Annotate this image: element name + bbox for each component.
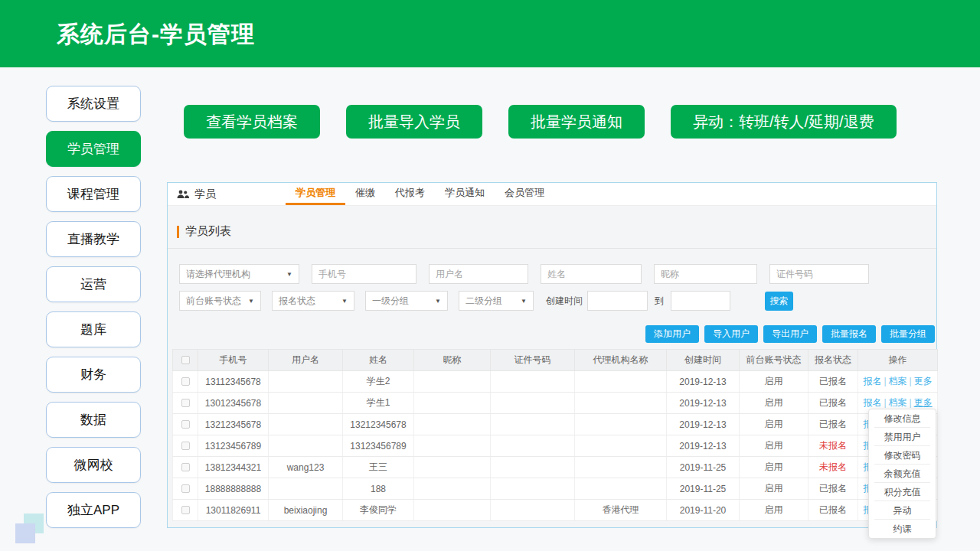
sidebar-item-data[interactable]: 数据	[46, 402, 141, 438]
panel-body: 学员列表 请选择代理机构 ▼ 二级分组▼一级分组▼报名状态▼前台账号状态▼ 创建…	[168, 206, 936, 527]
sidebar-item-course-management[interactable]: 课程管理	[46, 176, 141, 212]
created-from-input[interactable]	[587, 291, 648, 311]
batch-group-button[interactable]: 批量分组	[881, 325, 935, 343]
export-user-button[interactable]: 导出用户	[763, 325, 817, 343]
cell-created: 2019-12-13	[667, 371, 740, 393]
agency-select[interactable]: 请选择代理机构 ▼	[179, 264, 299, 284]
cell-id-no	[491, 435, 575, 457]
sidebar-item-system-settings[interactable]: 系统设置	[46, 86, 141, 122]
cell-name: 王三	[343, 457, 414, 478]
decorative-square-blue	[15, 523, 35, 543]
cell-reg-status: 未报名	[808, 435, 858, 457]
cell-account-status: 启用	[740, 478, 808, 500]
column-header: 代理机构名称	[575, 350, 667, 371]
sidebar-item-operations[interactable]: 运营	[46, 266, 141, 302]
to-label: 到	[655, 295, 664, 308]
filter-group-level1-select[interactable]: 一级分组▼	[365, 291, 448, 311]
filter-id-number-input[interactable]	[769, 264, 869, 284]
change-transfer-button[interactable]: 异动：转班/转人/延期/退费	[671, 105, 897, 139]
menu-item-change[interactable]: 异动	[874, 501, 930, 520]
op-link-separator: |	[910, 397, 912, 408]
cell-account-status: 启用	[740, 393, 808, 414]
filter-name-input[interactable]	[541, 264, 642, 284]
tab-student-notice[interactable]: 学员通知	[435, 183, 495, 205]
op-link-more[interactable]: 更多	[914, 397, 933, 408]
search-button[interactable]: 搜索	[765, 292, 793, 311]
cell-phone: 13812344321	[198, 457, 269, 478]
filter-username-input[interactable]	[429, 264, 528, 284]
sidebar-item-live-teaching[interactable]: 直播教学	[46, 221, 141, 257]
cell-nickname	[414, 457, 491, 478]
section-accent-bar	[177, 226, 179, 238]
tab-payment-reminder[interactable]: 催缴	[345, 183, 385, 205]
cell-nickname	[414, 478, 491, 500]
column-header: 报名状态	[808, 350, 858, 371]
sidebar-item-finance[interactable]: 财务	[46, 357, 141, 393]
cell-username: wang123	[269, 457, 343, 478]
row-checkbox[interactable]	[181, 420, 190, 429]
filter-reg-status-select[interactable]: 报名状态▼	[272, 291, 354, 311]
menu-item-balance-recharge[interactable]: 余额充值	[874, 465, 930, 483]
cell-name: 188	[343, 478, 414, 500]
sidebar-item-micro-school[interactable]: 微网校	[46, 447, 141, 483]
filter-group-level2-select[interactable]: 二级分组▼	[459, 291, 534, 311]
op-link-archive[interactable]: 档案	[889, 376, 907, 386]
add-user-button[interactable]: 添加用户	[645, 325, 699, 343]
sidebar-item-question-bank[interactable]: 题库	[46, 311, 141, 347]
cell-created: 2019-11-25	[667, 478, 740, 500]
sidebar-item-label: 微网校	[74, 456, 113, 474]
row-checkbox[interactable]	[181, 399, 190, 407]
select-all-header	[173, 350, 198, 371]
sidebar-item-label: 财务	[80, 366, 106, 383]
row-checkbox[interactable]	[181, 377, 190, 386]
select-all-checkbox[interactable]	[181, 356, 190, 364]
sidebar-item-label: 题库	[80, 321, 106, 338]
cell-agency	[575, 393, 667, 414]
sidebar-item-label: 课程管理	[67, 185, 119, 203]
tab-proxy-exam[interactable]: 代报考	[385, 183, 435, 205]
op-link-signup[interactable]: 报名	[863, 376, 881, 386]
batch-import-students-button[interactable]: 批量导入学员	[346, 105, 482, 139]
row-checkbox-cell	[173, 457, 198, 478]
sidebar-item-label: 学员管理	[67, 140, 119, 158]
menu-item-change-password[interactable]: 修改密码	[874, 446, 930, 465]
filter-nickname-input[interactable]	[654, 264, 757, 284]
row-checkbox[interactable]	[181, 484, 190, 493]
row-checkbox-cell	[173, 371, 198, 393]
filter-phone-input[interactable]	[312, 264, 416, 284]
menu-item-points-recharge[interactable]: 积分充值	[874, 483, 930, 501]
batch-student-notify-button[interactable]: 批量学员通知	[508, 105, 645, 139]
tab-student-management[interactable]: 学员管理	[286, 183, 345, 205]
op-link-signup[interactable]: 报名	[863, 397, 881, 408]
created-to-input[interactable]	[671, 291, 730, 311]
cell-account-status: 启用	[740, 457, 808, 478]
cell-id-no	[491, 457, 575, 478]
op-link-archive[interactable]: 档案	[889, 397, 907, 408]
sidebar: 系统设置学员管理课程管理直播教学运营题库财务数据微网校独立APP	[46, 86, 141, 528]
filter-account-status-select[interactable]: 前台账号状态▼	[179, 291, 261, 311]
sidebar-item-standalone-app[interactable]: 独立APP	[46, 492, 141, 528]
menu-item-disable-user[interactable]: 禁用用户	[874, 428, 930, 446]
tab-member-management[interactable]: 会员管理	[495, 183, 554, 205]
row-checkbox[interactable]	[181, 442, 190, 450]
menu-item-edit-info[interactable]: 修改信息	[874, 409, 930, 428]
row-checkbox[interactable]	[181, 463, 190, 471]
import-user-button[interactable]: 导入用户	[704, 325, 758, 343]
op-link-more[interactable]: 更多	[914, 376, 933, 386]
agency-select-value: 请选择代理机构	[186, 268, 250, 281]
table-header-row: 手机号用户名姓名昵称证件号码代理机构名称创建时间前台账号状态报名状态操作	[173, 350, 938, 371]
view-student-archives-button[interactable]: 查看学员档案	[184, 105, 320, 139]
cell-id-no	[491, 478, 575, 500]
sidebar-item-student-management[interactable]: 学员管理	[46, 131, 141, 167]
page-header: 系统后台-学员管理	[0, 0, 980, 67]
cell-created: 2019-12-13	[667, 435, 740, 457]
column-header: 操作	[858, 350, 938, 371]
cell-id-no	[491, 414, 575, 435]
menu-item-book-lesson[interactable]: 约课	[874, 520, 930, 538]
cell-name: 13212345678	[343, 414, 414, 435]
panel-tab-bar: 学员 学员管理催缴代报考学员通知会员管理	[168, 183, 936, 206]
row-checkbox[interactable]	[181, 506, 190, 514]
section-header: 学员列表	[168, 206, 936, 249]
batch-signup-button[interactable]: 批量报名	[822, 325, 876, 343]
table-row: 13212345678132123456782019-12-13启用已报名报名|…	[173, 414, 938, 435]
